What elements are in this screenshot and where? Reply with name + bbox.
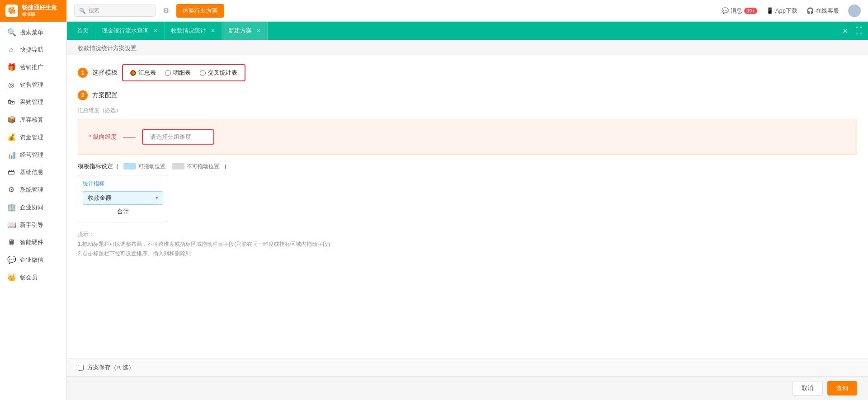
sidebar-item-hardware[interactable]: 🖥 智能硬件 xyxy=(0,234,66,251)
tab-close-all-button[interactable]: ✕ xyxy=(840,25,850,37)
dimension-arrow: —— xyxy=(123,133,136,141)
sidebar-item-search-menu[interactable]: 🔍 搜索菜单 xyxy=(0,24,66,41)
tab-collection-stat[interactable]: 收款情况统计 ✕ xyxy=(165,22,222,40)
page-content: 1 选择模板 汇总表 明细表 交叉统计表 xyxy=(67,55,868,358)
legend-not-draggable: 不可拖动位置 xyxy=(172,163,219,170)
metrics-header-title: 模板指标设定（ xyxy=(78,162,119,170)
hardware-icon: 🖥 xyxy=(7,238,15,246)
step1-header: 1 选择模板 汇总表 明细表 交叉统计表 xyxy=(78,64,857,81)
sidebar-item-purchase[interactable]: 🛍 采购管理 xyxy=(0,94,66,111)
enterprise-icon: 🏢 xyxy=(7,203,15,212)
save-label: 方案保存（可选） xyxy=(87,363,134,372)
app-download-icon: 📱 xyxy=(766,7,774,14)
save-option: 方案保存（可选） xyxy=(67,358,868,376)
basic-info-icon: 🗃 xyxy=(7,168,15,176)
operation-icon: 📊 xyxy=(7,151,15,159)
dimension-input[interactable]: 请选择分组维度 xyxy=(142,129,214,145)
metrics-section: 模板指标设定（ 可拖动位置 不可拖动位置 ） xyxy=(78,162,857,222)
drag-legend-box xyxy=(123,163,136,169)
sidebar-item-guide[interactable]: 📖 新手引导 xyxy=(0,216,66,234)
message-badge: 99+ xyxy=(744,8,757,14)
template-radio-detail[interactable] xyxy=(165,70,171,76)
vertical-dimension-label: * 纵向维度 xyxy=(89,133,117,141)
sidebar-item-sales[interactable]: ◎ 销售管理 xyxy=(0,76,66,94)
sidebar: 畅 畅捷通好生意 标准版 🔍 搜索菜单 ⌂ 快捷导航 🎁 营销推广 ◎ 销售管理… xyxy=(0,0,67,400)
step2-section: 2 方案配置 汇总维度（必选） * 纵向维度 —— 请选择分组维度 xyxy=(78,90,857,259)
member-icon: 👑 xyxy=(7,273,15,282)
settings-icon[interactable]: ⚙ xyxy=(163,6,169,15)
query-button[interactable]: 查询 xyxy=(827,381,857,395)
logo-icon: 畅 xyxy=(5,5,18,17)
metric-subtotal: 合计 xyxy=(83,206,163,217)
search-box[interactable]: 🔍 搜索 xyxy=(74,5,156,17)
template-option-cross[interactable]: 交叉统计表 xyxy=(200,69,237,77)
service-button[interactable]: 🎧 在线客服 xyxy=(807,7,839,15)
user-avatar[interactable] xyxy=(848,5,861,17)
template-options-group: 汇总表 明细表 交叉统计表 xyxy=(122,64,245,81)
app-download-button[interactable]: 📱 App下载 xyxy=(766,7,797,15)
dimension-row: * 纵向维度 —— 请选择分组维度 xyxy=(89,129,214,145)
trial-button[interactable]: 体验行业方案 xyxy=(176,4,224,18)
metric-chip-collection[interactable]: 收款金额 ▾ xyxy=(83,191,163,205)
step1-title: 选择模板 xyxy=(92,69,118,77)
legend-draggable: 可拖动位置 xyxy=(123,163,165,170)
sidebar-item-inventory[interactable]: 📦 库存核算 xyxy=(0,111,66,128)
sidebar-item-operation[interactable]: 📊 经营管理 xyxy=(0,146,66,164)
save-checkbox[interactable] xyxy=(78,365,84,371)
sidebar-item-quick-nav[interactable]: ⌂ 快捷导航 xyxy=(0,41,66,58)
dimension-label: 汇总维度（必选） xyxy=(78,107,857,114)
content-area: 收款情况统计方案设置 1 选择模板 汇总表 明细表 xyxy=(67,40,868,400)
quick-nav-icon: ⌂ xyxy=(7,46,15,54)
logo-text: 畅捷通好生意 标准版 xyxy=(22,4,57,18)
search-placeholder: 搜索 xyxy=(89,7,99,14)
tab-close-collection-stat[interactable]: ✕ xyxy=(211,28,215,34)
metric-chevron-icon: ▾ xyxy=(156,195,158,201)
sidebar-item-member[interactable]: 👑 畅会员 xyxy=(0,268,66,286)
sidebar-item-finance[interactable]: 💰 资金管理 xyxy=(0,128,66,146)
step2-number: 2 xyxy=(78,90,88,100)
tabbar: 首页 现金银行流水查询 ✕ 收款情况统计 ✕ 新建方案 ✕ ✕ ⛶ xyxy=(67,22,868,40)
footer: 取消 查询 xyxy=(67,376,868,400)
tab-close-new-plan[interactable]: ✕ xyxy=(256,28,261,34)
system-icon: ⚙ xyxy=(7,185,15,194)
step1-section: 1 选择模板 汇总表 明细表 交叉统计表 xyxy=(78,64,857,81)
message-button[interactable]: 💬 消息 99+ xyxy=(722,7,757,15)
sidebar-item-basic-info[interactable]: 🗃 基础信息 xyxy=(0,164,66,181)
tab-bank-flow[interactable]: 现金银行流水查询 ✕ xyxy=(95,22,165,40)
metrics-legend: 可拖动位置 不可拖动位置 xyxy=(123,163,219,170)
purchase-icon: 🛍 xyxy=(7,98,15,106)
topbar-right: 💬 消息 99+ 📱 App下载 🎧 在线客服 xyxy=(722,5,861,17)
metrics-area: 统计指标 收款金额 ▾ 合计 xyxy=(78,175,168,222)
sidebar-item-marketing[interactable]: 🎁 营销推广 xyxy=(0,58,66,76)
tab-new-plan[interactable]: 新建方案 ✕ xyxy=(222,22,268,40)
step2-title: 方案配置 xyxy=(92,91,118,99)
sidebar-item-wechat[interactable]: 💬 企业微信 xyxy=(0,251,66,268)
service-icon: 🎧 xyxy=(807,7,814,14)
cancel-button[interactable]: 取消 xyxy=(792,381,823,395)
tabbar-actions: ✕ ⛶ xyxy=(840,25,864,37)
dimension-area: * 纵向维度 —— 请选择分组维度 xyxy=(78,119,857,155)
template-option-summary[interactable]: 汇总表 xyxy=(130,69,156,77)
topbar: 🔍 搜索 ⚙ 体验行业方案 💬 消息 99+ 📱 App下载 🎧 在线客服 xyxy=(67,0,868,22)
inventory-icon: 📦 xyxy=(7,115,15,124)
sidebar-item-enterprise[interactable]: 🏢 企业协同 xyxy=(0,198,66,216)
finance-icon: 💰 xyxy=(7,133,15,141)
tab-home[interactable]: 首页 xyxy=(71,22,95,40)
nodrag-legend-box xyxy=(172,163,184,169)
template-radio-summary[interactable] xyxy=(130,70,136,76)
search-icon: 🔍 xyxy=(79,8,86,14)
hint-line-1: 1.拖动标题栏可以调整布局，不可跨维度或指标区域拖动栏目字段(只能在同一维度或指… xyxy=(78,240,857,249)
page-header: 收款情况统计方案设置 xyxy=(67,40,868,55)
hint-line-2: 2.点击标题栏下拉可设置排序、插入列和删除列 xyxy=(78,249,857,259)
template-radio-cross[interactable] xyxy=(200,70,206,76)
message-icon: 💬 xyxy=(722,7,729,14)
sales-icon: ◎ xyxy=(7,80,15,89)
template-option-detail[interactable]: 明细表 xyxy=(165,69,191,77)
tab-expand-button[interactable]: ⛶ xyxy=(854,25,864,37)
sidebar-item-system[interactable]: ⚙ 系统管理 xyxy=(0,181,66,198)
metrics-setting-header: 模板指标设定（ 可拖动位置 不可拖动位置 ） xyxy=(78,162,857,170)
guide-icon: 📖 xyxy=(7,221,15,229)
step1-number: 1 xyxy=(78,68,88,78)
tab-close-bank-flow[interactable]: ✕ xyxy=(153,28,158,34)
metrics-header-suffix: ） xyxy=(224,162,230,170)
